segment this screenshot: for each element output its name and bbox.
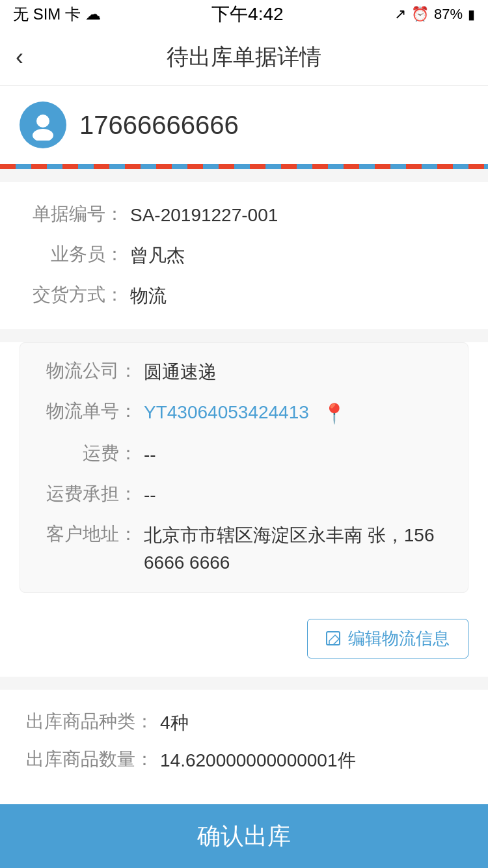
salesperson-label: 业务员： bbox=[26, 242, 130, 267]
salesperson-value: 曾凡杰 bbox=[130, 242, 462, 269]
edit-icon bbox=[326, 629, 343, 649]
svg-point-0 bbox=[36, 115, 49, 128]
section-gap-1 bbox=[0, 169, 488, 182]
logistics-company-row: 物流公司： 圆通速递 bbox=[40, 359, 448, 386]
order-no-label: 单据编号： bbox=[26, 202, 130, 226]
confirm-btn-wrap: 确认出库 bbox=[0, 804, 488, 868]
product-quantity-label: 出库商品数量： bbox=[26, 747, 160, 772]
edit-logistics-button[interactable]: 编辑物流信息 bbox=[307, 619, 468, 658]
product-quantity-value: 14.620000000000001件 bbox=[160, 747, 462, 774]
confirm-outbound-button[interactable]: 确认出库 bbox=[197, 821, 291, 852]
status-right: ↗ ⏰ 87% ▮ bbox=[394, 6, 475, 23]
edit-btn-wrap: 编辑物流信息 bbox=[0, 606, 488, 674]
status-left: 无 SIM 卡 ☁ bbox=[13, 4, 101, 25]
order-info-card: 单据编号： SA-20191227-001 业务员： 曾凡杰 交货方式： 物流 bbox=[0, 182, 488, 329]
product-summary-card: 出库商品种类： 4种 出库商品数量： 14.620000000000001件 bbox=[0, 690, 488, 804]
location-icon: ↗ bbox=[394, 6, 406, 23]
tracking-location-icon[interactable]: 📍 bbox=[322, 399, 346, 428]
delivery-value: 物流 bbox=[130, 282, 462, 310]
logistics-tracking-value: YT43064053424413 📍 bbox=[144, 399, 448, 428]
nav-bar: ‹ 待出库单据详情 bbox=[0, 29, 488, 86]
alarm-icon: ⏰ bbox=[411, 6, 429, 23]
logistics-company-value: 圆通速递 bbox=[144, 359, 448, 386]
page-title: 待出库单据详情 bbox=[167, 42, 321, 72]
delivery-label: 交货方式： bbox=[26, 282, 130, 307]
logistics-tracking-label: 物流单号： bbox=[40, 399, 144, 424]
status-time: 下午4:42 bbox=[211, 2, 284, 27]
freight-bear-row: 运费承担： -- bbox=[40, 481, 448, 509]
logistics-company-label: 物流公司： bbox=[40, 359, 144, 383]
battery-text: 87% bbox=[434, 6, 463, 23]
freight-bear-label: 运费承担： bbox=[40, 481, 144, 506]
product-quantity-row: 出库商品数量： 14.620000000000001件 bbox=[26, 747, 462, 774]
order-no-row: 单据编号： SA-20191227-001 bbox=[26, 202, 462, 229]
logistics-tracking-row: 物流单号： YT43064053424413 📍 bbox=[40, 399, 448, 428]
address-label: 客户地址： bbox=[40, 522, 144, 547]
freight-value: -- bbox=[144, 441, 448, 468]
product-types-value: 4种 bbox=[160, 709, 462, 737]
svg-point-1 bbox=[33, 129, 53, 141]
freight-bear-value: -- bbox=[144, 481, 448, 509]
product-types-row: 出库商品种类： 4种 bbox=[26, 709, 462, 737]
delivery-row: 交货方式： 物流 bbox=[26, 282, 462, 310]
battery-icon: ▮ bbox=[468, 7, 475, 22]
customer-phone: 17666666666 bbox=[79, 111, 239, 140]
logistics-section: 物流公司： 圆通速递 物流单号： YT43064053424413 📍 运费： … bbox=[0, 342, 488, 677]
address-value: 北京市市辖区海淀区永丰南 张，156 6666 6666 bbox=[144, 522, 448, 576]
logistics-card: 物流公司： 圆通速递 物流单号： YT43064053424413 📍 运费： … bbox=[20, 342, 468, 593]
back-button[interactable]: ‹ bbox=[16, 44, 23, 71]
status-bar: 无 SIM 卡 ☁ 下午4:42 ↗ ⏰ 87% ▮ bbox=[0, 0, 488, 29]
section-gap-2 bbox=[0, 677, 488, 690]
freight-label: 运费： bbox=[40, 441, 144, 466]
edit-btn-label: 编辑物流信息 bbox=[348, 627, 450, 650]
freight-row: 运费： -- bbox=[40, 441, 448, 468]
salesperson-row: 业务员： 曾凡杰 bbox=[26, 242, 462, 269]
product-types-label: 出库商品种类： bbox=[26, 709, 160, 734]
avatar bbox=[20, 102, 66, 148]
dashed-divider bbox=[0, 164, 488, 169]
address-row: 客户地址： 北京市市辖区海淀区永丰南 张，156 6666 6666 bbox=[40, 522, 448, 576]
order-no-value: SA-20191227-001 bbox=[130, 202, 462, 229]
customer-header: 17666666666 bbox=[0, 86, 488, 164]
sim-status: 无 SIM 卡 ☁ bbox=[13, 4, 101, 25]
